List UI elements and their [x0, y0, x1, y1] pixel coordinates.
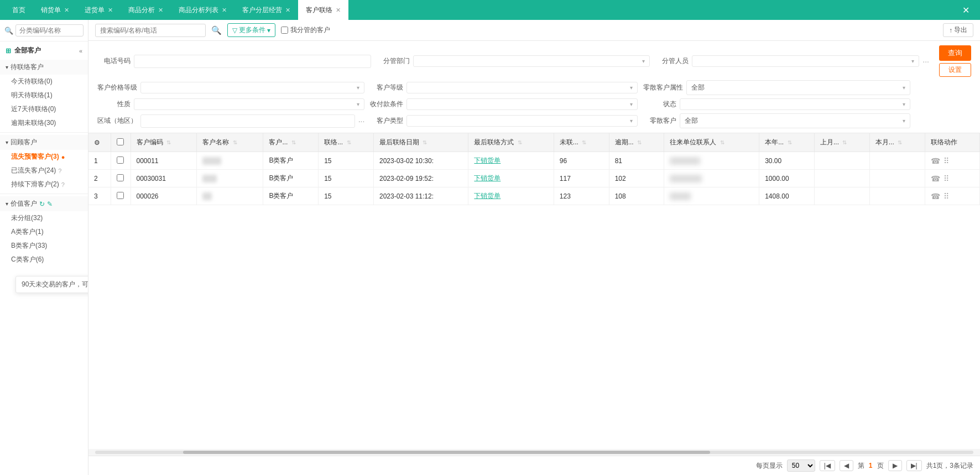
filter-dept-label: 分管部门	[377, 56, 410, 66]
filter-status-select[interactable]: ▾	[680, 98, 910, 110]
sidebar-group-value[interactable]: ▾ 价值客户 ↻ ✎	[0, 196, 88, 211]
churn-warning-info-icon: ●	[61, 154, 65, 160]
filter-search-btn[interactable]: 🔍	[211, 25, 222, 35]
nav-item-home[interactable]: 首页	[4, 0, 33, 20]
customer-type-sort-icon[interactable]: ⇅	[291, 139, 296, 145]
contact-person-sort-icon[interactable]: ⇅	[720, 139, 724, 145]
window-close-btn[interactable]: ✕	[956, 0, 976, 20]
data-table: ⚙ 客户编码 ⇅ 客户名称 ⇅ 客户... ⇅ 联络... ⇅ 最后联络日期 ⇅…	[88, 133, 980, 205]
query-btn[interactable]: 查询	[939, 45, 971, 61]
my-customers-checkbox[interactable]	[281, 27, 288, 34]
my-customers-checkbox-label[interactable]: 我分管的客户	[281, 25, 330, 35]
sidebar-group-pending[interactable]: ▾ 待联络客户	[0, 60, 88, 75]
filter-retail-customer-select[interactable]: 全部 ▾	[680, 113, 910, 128]
filter-retail-customer-value: 全部	[685, 116, 698, 126]
region-dots-btn[interactable]: ···	[358, 117, 365, 126]
sidebar-item-churn-warning[interactable]: 流失预警客户(3) ●	[0, 150, 88, 164]
close-sales-tab[interactable]: ✕	[64, 7, 69, 14]
nav-item-sales[interactable]: 销货单 ✕	[33, 0, 77, 20]
horizontal-scrollbar[interactable]	[88, 449, 980, 456]
sidebar-item-today-pending[interactable]: 今天待联络(0)	[0, 75, 88, 88]
cell-last-method-0[interactable]: 下销货单	[468, 152, 554, 170]
manager-dots-btn[interactable]: ···	[922, 57, 929, 66]
last-month-sort-icon[interactable]: ⇅	[842, 139, 847, 145]
filter-phone-input[interactable]	[134, 55, 371, 68]
value-refresh-icon[interactable]: ↻	[39, 200, 45, 208]
sidebar-item-class-b[interactable]: B类客户(33)	[0, 239, 88, 253]
filter-customer-type-select[interactable]: ▾	[406, 115, 637, 127]
nav-item-customer-tier[interactable]: 客户分层经营 ✕	[234, 0, 298, 20]
last-method-link-1[interactable]: 下销货单	[474, 174, 501, 182]
cell-last-method-2[interactable]: 下销货单	[468, 187, 554, 205]
sidebar-item-churned[interactable]: 已流失客户(24) ?	[0, 164, 88, 178]
value-edit-icon[interactable]: ✎	[47, 200, 53, 208]
close-analysis-list-tab[interactable]: ✕	[222, 7, 227, 14]
name-sort-icon[interactable]: ⇅	[233, 139, 237, 145]
filter-nature-select[interactable]: ▾	[134, 98, 364, 110]
cell-last-method-1[interactable]: 下销货单	[468, 170, 554, 187]
close-customer-tier-tab[interactable]: ✕	[285, 7, 290, 14]
last-method-sort-icon[interactable]: ⇅	[518, 139, 522, 145]
settings-btn[interactable]: 设置	[939, 63, 971, 77]
close-customer-contact-tab[interactable]: ✕	[336, 7, 341, 14]
more-conditions-btn[interactable]: ▽ 更多条件 ▾	[227, 23, 275, 37]
contact-count-sort-icon[interactable]: ⇅	[347, 139, 351, 145]
cell-checkbox-2[interactable]	[111, 187, 131, 205]
sidebar-item-declining[interactable]: 持续下滑客户(2) ?	[0, 178, 88, 191]
action-call-icon-2[interactable]: ☎	[931, 192, 940, 201]
filter-dept-select[interactable]: ▾	[413, 55, 650, 67]
filter-payment-select[interactable]: ▾	[406, 98, 637, 110]
cell-contact-person-2: ██ ██	[664, 187, 759, 205]
close-purchase-tab[interactable]: ✕	[108, 7, 113, 14]
code-sort-icon[interactable]: ⇅	[166, 139, 171, 145]
last-method-link-0[interactable]: 下销货单	[474, 156, 501, 164]
next-page-btn[interactable]: ▶	[888, 460, 902, 471]
nav-item-analysis-list[interactable]: 商品分析列表 ✕	[171, 0, 234, 20]
per-page-select[interactable]: 50 100 200	[787, 460, 815, 472]
sidebar-group-review[interactable]: ▾ 回顾客户	[0, 135, 88, 150]
export-btn[interactable]: ↑ 导出	[943, 23, 973, 37]
last-page-btn[interactable]: ▶|	[906, 460, 922, 471]
prev-page-btn[interactable]: ◀	[840, 460, 853, 471]
filter-price-level-select[interactable]: ▾	[140, 82, 364, 93]
data-table-wrapper: ⚙ 客户编码 ⇅ 客户名称 ⇅ 客户... ⇅ 联络... ⇅ 最后联络日期 ⇅…	[88, 133, 980, 449]
action-call-icon-1[interactable]: ☎	[931, 174, 940, 183]
uncontacted-sort-icon[interactable]: ⇅	[582, 139, 586, 145]
sidebar-item-tomorrow-pending[interactable]: 明天待联络(1)	[0, 88, 88, 102]
cell-checkbox-0[interactable]	[111, 152, 131, 170]
first-page-btn[interactable]: |◀	[820, 460, 835, 471]
action-more-icon-2[interactable]: ⠿	[943, 192, 949, 201]
cell-checkbox-1[interactable]	[111, 170, 131, 187]
per-page-label: 每页显示	[756, 461, 783, 471]
overdue-sort-icon[interactable]: ⇅	[637, 139, 642, 145]
this-month-sort-icon[interactable]: ⇅	[898, 139, 902, 145]
filter-search-input[interactable]	[95, 24, 206, 37]
filter-region-input[interactable]	[140, 114, 355, 128]
close-analysis-tab[interactable]: ✕	[158, 7, 163, 14]
sidebar-item-week-pending[interactable]: 近7天待联络(0)	[0, 102, 88, 116]
sidebar-item-overdue-pending[interactable]: 逾期未联络(30)	[0, 116, 88, 130]
all-customers-header[interactable]: ⊞ 全部客户 «	[0, 41, 88, 60]
nav-item-purchase[interactable]: 进货单 ✕	[77, 0, 121, 20]
last-date-sort-icon[interactable]: ⇅	[423, 139, 427, 145]
nav-item-analysis[interactable]: 商品分析 ✕	[121, 0, 171, 20]
action-more-icon-1[interactable]: ⠿	[943, 174, 949, 183]
sidebar-item-class-a[interactable]: A类客户(1)	[0, 225, 88, 239]
filter-retail-attr-select[interactable]: 全部 ▾	[686, 80, 910, 95]
sidebar-item-ungrouped[interactable]: 未分组(32)	[0, 211, 88, 225]
select-all-checkbox[interactable]	[117, 138, 124, 145]
nav-item-customer-contact[interactable]: 客户联络 ✕	[298, 0, 348, 20]
filter-manager-select[interactable]: ▾	[692, 55, 919, 67]
th-checkbox[interactable]	[111, 133, 131, 152]
action-more-icon-0[interactable]: ⠿	[943, 156, 949, 165]
cell-uncontacted-0: 96	[554, 152, 609, 170]
th-settings[interactable]: ⚙	[88, 133, 111, 152]
this-year-sort-icon[interactable]: ⇅	[788, 139, 792, 145]
sidebar-item-class-c[interactable]: C类客户(6)	[0, 253, 88, 267]
sidebar-search-input[interactable]	[15, 24, 84, 36]
scrollbar-thumb[interactable]	[183, 451, 710, 454]
collapse-sidebar-btn[interactable]: «	[79, 48, 82, 54]
action-call-icon-0[interactable]: ☎	[931, 156, 940, 165]
filter-customer-level-select[interactable]: ▾	[406, 82, 637, 93]
last-method-link-2[interactable]: 下销货单	[474, 192, 501, 200]
